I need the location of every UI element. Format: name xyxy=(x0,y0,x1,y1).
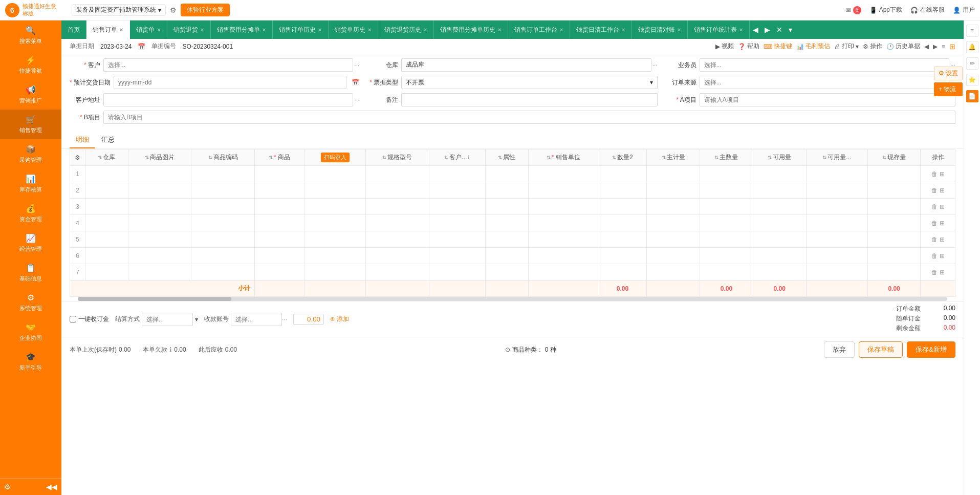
gear-icon[interactable]: ⚙ xyxy=(75,154,80,161)
settings-icon[interactable]: ⚙ xyxy=(170,6,177,14)
discard-btn[interactable]: 放弃 xyxy=(824,341,855,358)
row-1-stock[interactable] xyxy=(867,166,921,182)
one-click-checkbox-label[interactable]: 一键收订金 xyxy=(70,315,109,324)
row-1-unit[interactable] xyxy=(528,166,598,182)
tab-detail[interactable]: 明细 xyxy=(70,132,95,148)
warehouse-value[interactable]: 成品库 xyxy=(401,58,651,72)
tab-sales-goods[interactable]: 销货单 ✕ xyxy=(130,20,167,39)
close-tab-icon[interactable]: ✕ xyxy=(119,27,123,33)
sidebar-item-newbie[interactable]: 🎓 新手引导 xyxy=(0,347,61,377)
view-mode-list-icon[interactable]: ≡ xyxy=(942,43,945,50)
salesperson-input[interactable] xyxy=(700,58,949,72)
payment-method-dropdown-icon[interactable]: ▾ xyxy=(195,316,198,323)
calendar-icon[interactable]: 📅 xyxy=(138,43,145,50)
row-2-stock[interactable] xyxy=(867,182,921,199)
payment-method-input[interactable] xyxy=(142,313,193,326)
sidebar-settings-btn[interactable]: ⚙ xyxy=(4,483,11,491)
row-1-copy-btn[interactable]: ⊞ xyxy=(940,170,945,178)
tab-return-history[interactable]: 销货退货历史 ✕ xyxy=(378,20,434,39)
row-2-spec[interactable] xyxy=(366,182,429,199)
row-2-available1[interactable] xyxy=(753,182,806,199)
payment-amount-input[interactable] xyxy=(293,314,324,325)
row-1-product[interactable] xyxy=(254,166,304,182)
row-1-main-qty[interactable] xyxy=(700,166,753,182)
row-6-delete-btn[interactable]: 🗑 xyxy=(931,252,938,260)
row-2-main-unit[interactable] xyxy=(647,182,700,199)
tab-sales-order[interactable]: 销售订单 ✕ xyxy=(86,20,130,39)
sidebar-collapse-btn[interactable]: ◀◀ xyxy=(46,483,57,491)
row-2-attr[interactable] xyxy=(485,182,528,199)
tab-sales-fee[interactable]: 销售费用分摊单 ✕ xyxy=(211,20,273,39)
close-tab-icon[interactable]: ✕ xyxy=(318,27,322,33)
account-input[interactable] xyxy=(231,313,282,326)
row-1-customer-code[interactable] xyxy=(429,166,485,182)
shortcut-btn[interactable]: ⌨ 快捷键 xyxy=(764,42,792,51)
row-7-copy-btn[interactable]: ⊞ xyxy=(940,269,945,276)
close-tab-icon[interactable]: ✕ xyxy=(200,27,204,33)
info-icon[interactable]: ℹ xyxy=(169,346,172,353)
op-btn[interactable]: ⚙ 操作 xyxy=(863,42,882,51)
one-click-checkbox[interactable] xyxy=(70,316,76,322)
view-btn[interactable]: ▶ 视频 xyxy=(715,42,734,51)
right-panel-btn-2[interactable]: 🔔 xyxy=(966,41,978,53)
tab-fee-history[interactable]: 销售费用分摊单历史 ✕ xyxy=(434,20,508,39)
tab-summary[interactable]: 汇总 xyxy=(95,132,121,148)
row-1-code[interactable] xyxy=(191,166,254,182)
right-panel-btn-3[interactable]: ✏ xyxy=(966,57,978,70)
tab-close-btn[interactable]: ✕ xyxy=(773,26,786,34)
sidebar-item-search[interactable]: 🔍 搜索菜单 xyxy=(0,20,61,50)
close-tab-icon[interactable]: ✕ xyxy=(423,27,427,33)
col-gear[interactable]: ⚙ xyxy=(70,149,85,166)
nav-next-icon[interactable]: ▶ xyxy=(933,43,938,50)
address-expand-icon[interactable]: ··· xyxy=(354,96,359,103)
row-2-delete-btn[interactable]: 🗑 xyxy=(931,187,938,194)
info-icon[interactable]: ℹ xyxy=(468,155,470,160)
row-1-barcode[interactable] xyxy=(304,166,365,182)
row-3-warehouse[interactable] xyxy=(85,199,128,215)
horizontal-scrollbar[interactable] xyxy=(78,297,947,301)
col-spec[interactable]: ⇅ 规格型号 xyxy=(366,149,429,166)
help-btn[interactable]: ❓ 帮助 xyxy=(738,42,759,51)
row-1-image[interactable] xyxy=(128,166,191,182)
sidebar-item-purchase[interactable]: 📦 采购管理 xyxy=(0,139,61,169)
sidebar-item-inventory[interactable]: 📊 库存核算 xyxy=(0,169,61,199)
row-7-delete-btn[interactable]: 🗑 xyxy=(931,269,938,276)
address-input[interactable] xyxy=(103,93,353,106)
right-panel-btn-4[interactable]: ⭐ xyxy=(966,74,978,86)
sidebar-item-sales[interactable]: 🛒 销售管理 xyxy=(0,110,61,139)
row-5-copy-btn[interactable]: ⊞ xyxy=(940,236,945,243)
tab-home[interactable]: 首页 xyxy=(61,20,86,39)
row-1-available1[interactable] xyxy=(753,166,806,182)
tab-daily-workbench[interactable]: 钱货日清工作台 ✕ xyxy=(570,20,632,39)
nav-prev-icon[interactable]: ◀ xyxy=(924,43,929,50)
col-barcode[interactable]: 扫码录入 xyxy=(304,149,365,166)
right-panel-btn-1[interactable]: ≡ xyxy=(966,25,978,37)
col-code[interactable]: ⇅ 商品编码 xyxy=(191,149,254,166)
col-available1[interactable]: ⇅ 可用量 xyxy=(753,149,806,166)
tab-order-history[interactable]: 销售订单历史 ✕ xyxy=(273,20,329,39)
sidebar-item-basic-info[interactable]: 📋 基础信息 xyxy=(0,258,61,288)
notification-area[interactable]: ✉ 6 xyxy=(846,6,861,14)
col-main-qty[interactable]: ⇅ 主数量 xyxy=(700,149,753,166)
view-mode-grid-icon[interactable]: ⊞ xyxy=(949,42,955,51)
col-qty2[interactable]: ⇅ 数量2 xyxy=(598,149,647,166)
row-2-main-qty[interactable] xyxy=(700,182,753,199)
row-2-barcode[interactable] xyxy=(304,182,365,199)
row-4-delete-btn[interactable]: 🗑 xyxy=(931,220,938,227)
app-download-btn[interactable]: 📱 App下载 xyxy=(869,6,902,14)
col-customer-code[interactable]: ⇅ 客户... ℹ xyxy=(429,149,485,166)
sidebar-item-quick-nav[interactable]: ⚡ 快捷导航 xyxy=(0,50,61,80)
close-tab-icon[interactable]: ✕ xyxy=(157,27,161,33)
row-6-copy-btn[interactable]: ⊞ xyxy=(940,252,945,260)
col-available2[interactable]: ⇅ 可用量... xyxy=(806,149,867,166)
row-5-delete-btn[interactable]: 🗑 xyxy=(931,236,938,243)
tab-next-btn[interactable]: ▶ xyxy=(761,26,773,34)
row-2-warehouse[interactable] xyxy=(85,182,128,199)
tab-order-stats[interactable]: 销售订单统计表 ✕ xyxy=(688,20,750,39)
warehouse-expand-icon[interactable]: ··· xyxy=(652,61,658,69)
tab-daily-reconcile[interactable]: 钱货日清对账 ✕ xyxy=(632,20,688,39)
print-dropdown-icon[interactable]: ▾ xyxy=(856,43,859,50)
row-2-product[interactable] xyxy=(254,182,304,199)
online-service-btn[interactable]: 🎧 在线客服 xyxy=(910,6,945,14)
add-payment-btn[interactable]: ⊕ 添加 xyxy=(330,315,349,324)
